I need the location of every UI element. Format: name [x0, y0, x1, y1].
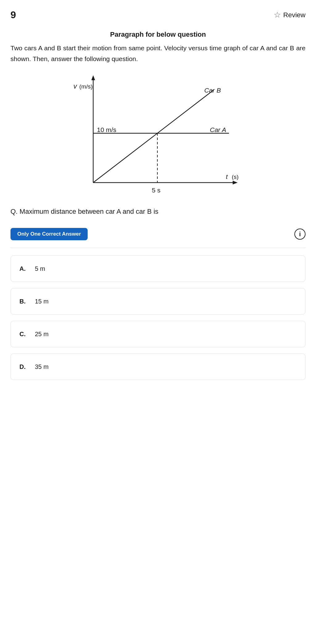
option-card-a[interactable]: A.5 m — [10, 255, 306, 282]
options-list: A.5 mB.15 mC.25 mD.35 m — [10, 255, 306, 380]
review-button[interactable]: ☆ Review — [274, 10, 306, 20]
graph-container: v (m/s) t (s) 10 m/s 5 s Car A Car B — [10, 72, 306, 201]
svg-text:Car B: Car B — [204, 87, 221, 94]
option-card-c[interactable]: C.25 m — [10, 321, 306, 347]
option-card-b[interactable]: B.15 m — [10, 288, 306, 315]
option-label-2: C. — [19, 331, 29, 338]
svg-line-5 — [93, 90, 214, 183]
option-label-1: B. — [19, 298, 29, 305]
svg-text:10 m/s: 10 m/s — [97, 126, 116, 133]
option-card-d[interactable]: D.35 m — [10, 353, 306, 380]
svg-marker-3 — [233, 181, 238, 184]
option-value-0: 5 m — [35, 265, 45, 272]
page-container: 9 ☆ Review Paragraph for below question … — [0, 0, 316, 644]
svg-marker-1 — [91, 75, 95, 80]
question-number: 9 — [10, 9, 16, 21]
option-value-1: 15 m — [35, 298, 48, 305]
svg-text:t: t — [226, 173, 228, 180]
option-label-0: A. — [19, 265, 29, 272]
svg-text:(s): (s) — [232, 174, 239, 180]
svg-text:(m/s): (m/s) — [79, 83, 93, 90]
answer-type-badge: Only One Correct Answer — [10, 228, 88, 240]
svg-text:Car A: Car A — [210, 126, 226, 133]
option-value-2: 25 m — [35, 331, 48, 338]
paragraph-section: Paragraph for below question Two cars A … — [10, 31, 306, 64]
answer-type-row: Only One Correct Answer i — [10, 228, 306, 240]
velocity-time-graph: v (m/s) t (s) 10 m/s 5 s Car A Car B — [62, 72, 254, 201]
paragraph-text: Two cars A and B start their motion from… — [10, 43, 306, 64]
question-text: Q. Maximum distance between car A and ca… — [10, 206, 306, 217]
review-label: Review — [283, 11, 306, 19]
option-value-3: 35 m — [35, 363, 48, 370]
y-axis-label: v — [73, 82, 77, 90]
header-row: 9 ☆ Review — [10, 9, 306, 21]
divider — [10, 248, 306, 248]
svg-text:5 s: 5 s — [152, 187, 160, 194]
option-label-3: D. — [19, 363, 29, 370]
paragraph-title: Paragraph for below question — [10, 31, 306, 39]
star-icon: ☆ — [274, 10, 281, 20]
info-icon[interactable]: i — [294, 229, 306, 240]
